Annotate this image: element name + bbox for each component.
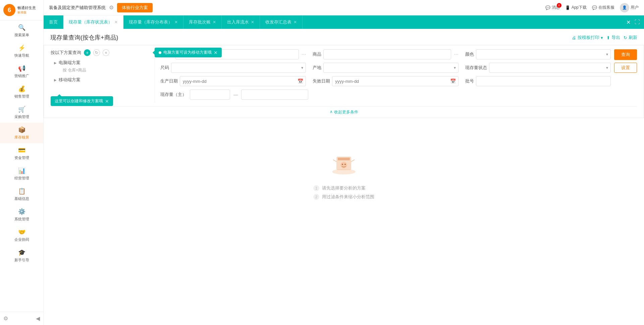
tab-inventory-status-close[interactable]: ✕ bbox=[114, 20, 118, 24]
tooltip-scheme: 电脑方案可设为移动方案哦 ✕ bbox=[155, 48, 222, 57]
tooltip-edit-close[interactable]: ✕ bbox=[105, 99, 109, 104]
svg-rect-2 bbox=[338, 158, 350, 160]
sidebar-label-basic: 基础信息 bbox=[14, 196, 29, 201]
sidebar: 6 畅通好生意 标准版 🔍搜索菜单⚡快速导航📢营销推广💰销售管理🛒采购管理📦库存… bbox=[0, 0, 44, 325]
tab-close-all-btn[interactable]: ✕ bbox=[625, 18, 632, 27]
size-select[interactable] bbox=[171, 63, 306, 73]
stock-status-label: 现存量状态 bbox=[465, 65, 487, 71]
inventory-icon: 📦 bbox=[18, 126, 25, 133]
tab-batch-ledger-close[interactable]: ✕ bbox=[213, 20, 216, 24]
sales-icon: 💰 bbox=[18, 85, 25, 93]
filter-back-btn[interactable]: « bbox=[103, 49, 109, 56]
tab-home-label: 首页 bbox=[49, 19, 58, 25]
sidebar-label-marketing: 营销推广 bbox=[14, 73, 29, 78]
settings-footer-icon[interactable]: ⚙ bbox=[3, 315, 8, 322]
empty-step2-label: 用过滤条件来缩小分析范围 bbox=[322, 194, 374, 200]
prod-date-calendar-icon[interactable]: 📅 bbox=[298, 78, 303, 84]
user-action[interactable]: 👤 用户 bbox=[620, 3, 639, 12]
notification-action[interactable]: 💬 消息 8 bbox=[545, 5, 560, 10]
tab-inout-flow-close[interactable]: ✕ bbox=[251, 20, 254, 24]
sidebar-item-quick[interactable]: ⚡快速导航 bbox=[0, 41, 43, 61]
sidebar-label-system: 系统管理 bbox=[14, 217, 29, 222]
filter-section-label: 按以下方案查询 bbox=[51, 50, 81, 56]
product-dots[interactable]: ··· bbox=[454, 51, 458, 57]
tab-inventory-dist-close[interactable]: ✕ bbox=[174, 20, 178, 24]
refresh-btn[interactable]: ↻ 刷新 bbox=[624, 35, 637, 41]
sidebar-label-search: 搜索菜单 bbox=[14, 33, 29, 38]
stock-status-select[interactable] bbox=[489, 63, 611, 73]
stock-main-from-input[interactable] bbox=[190, 90, 230, 100]
field-batch: 批号 bbox=[465, 76, 611, 86]
sidebar-item-search[interactable]: 🔍搜索菜单 bbox=[0, 20, 43, 41]
sidebar-item-guide[interactable]: 🎓新手引导 bbox=[0, 246, 43, 266]
scheme-mobile[interactable]: ▶ 移动端方案 bbox=[54, 76, 151, 84]
notification-badge: 8 bbox=[557, 3, 561, 8]
origin-select[interactable] bbox=[323, 63, 458, 73]
filter-add-btn[interactable]: + bbox=[84, 49, 91, 56]
sidebar-item-system[interactable]: ⚙️系统管理 bbox=[0, 205, 43, 225]
export-btn[interactable]: ⬆ 导出 bbox=[606, 35, 620, 41]
sidebar-item-purchase[interactable]: 🛒采购管理 bbox=[0, 102, 43, 123]
system-name: 装备及固定资产辅助管理系统 bbox=[49, 5, 106, 11]
color-select[interactable] bbox=[476, 49, 611, 59]
scheme-mobile-tree: ▶ 移动端方案 bbox=[54, 76, 151, 84]
sidebar-item-marketing[interactable]: 📢营销推广 bbox=[0, 61, 43, 82]
scheme-pc-sub: 按 仓库+商品 bbox=[63, 67, 151, 74]
collapse-sidebar-btn[interactable]: ◀ bbox=[36, 315, 40, 322]
product-input[interactable] bbox=[323, 49, 451, 59]
settings-icon[interactable]: ⚙ bbox=[109, 4, 114, 11]
tab-bar: 首页 现存量（库存状况表） ✕ 现存量（库存分布表） ✕ 库存批次账 ✕ 出入库… bbox=[44, 15, 644, 29]
export-icon: ⬆ bbox=[606, 35, 610, 40]
filter-refresh-btn[interactable]: ↻ bbox=[93, 49, 100, 56]
sidebar-item-finance[interactable]: 💳资金管理 bbox=[0, 143, 43, 164]
scheme-mobile-label: 移动端方案 bbox=[59, 77, 80, 83]
print-btn[interactable]: 🖨 按模板打印 ▾ bbox=[572, 35, 603, 41]
stock-main-to-input[interactable] bbox=[241, 90, 308, 100]
empty-step1-label: 请先选择要分析的方案 bbox=[322, 185, 366, 191]
scheme-pc[interactable]: ▶ 电脑端方案 bbox=[54, 59, 151, 67]
batch-input[interactable] bbox=[476, 76, 611, 86]
sidebar-nav: 🔍搜索菜单⚡快速导航📢营销推广💰销售管理🛒采购管理📦库存核算💳资金管理📊经营管理… bbox=[0, 20, 43, 312]
filter-panel: 按以下方案查询 + ↻ « ▶ 电脑端方案 bbox=[44, 45, 644, 118]
app-download-action[interactable]: 📱 App下载 bbox=[565, 5, 587, 10]
scheme-pc-arrow: ▶ bbox=[54, 61, 57, 65]
tab-inout-flow[interactable]: 出入库流水 ✕ bbox=[222, 15, 260, 29]
field-color: 颜色 bbox=[465, 49, 611, 59]
experience-btn[interactable]: 体验行业方案 bbox=[117, 3, 153, 12]
tooltip-edit-text: 这里可以创建和修改方案哦 bbox=[55, 98, 103, 104]
phone-icon: 📱 bbox=[565, 5, 570, 10]
field-origin: 产地 bbox=[313, 63, 458, 73]
online-service-action[interactable]: 💬 在线客服 bbox=[592, 5, 614, 10]
field-expire-date: 失效日期 📅 bbox=[313, 76, 458, 86]
field-stock-status: 现存量状态 bbox=[465, 63, 611, 73]
expire-date-input[interactable] bbox=[332, 76, 458, 86]
tab-receive-summary-close[interactable]: ✕ bbox=[293, 20, 297, 24]
sidebar-item-basic[interactable]: 📋基础信息 bbox=[0, 184, 43, 205]
search-btn[interactable]: 查询 bbox=[614, 49, 637, 60]
sidebar-item-enterprise[interactable]: 🤝企业协同 bbox=[0, 225, 43, 246]
sidebar-item-operation[interactable]: 📊经营管理 bbox=[0, 164, 43, 184]
set-btn[interactable]: 设置 bbox=[614, 63, 637, 73]
app-download-label: App下载 bbox=[572, 5, 587, 10]
expire-date-calendar-icon[interactable]: 📅 bbox=[450, 78, 456, 84]
sidebar-item-inventory[interactable]: 📦库存核算 bbox=[0, 123, 43, 143]
finance-icon: 💳 bbox=[18, 147, 25, 154]
empty-state: 1 请先选择要分析的方案 2 用过滤条件来缩小分析范围 bbox=[44, 118, 644, 229]
sidebar-item-sales[interactable]: 💰销售管理 bbox=[0, 82, 43, 102]
tab-inventory-status[interactable]: 现存量（库存状况表） ✕ bbox=[63, 15, 123, 29]
page-title: 现存量查询(按仓库+商品) bbox=[50, 34, 118, 42]
tab-receive-summary[interactable]: 收发存汇总表 ✕ bbox=[260, 15, 303, 29]
sidebar-label-inventory: 库存核算 bbox=[14, 135, 29, 140]
tab-home[interactable]: 首页 bbox=[44, 15, 63, 29]
collapse-bar[interactable]: ∧ 收起更多条件 bbox=[51, 106, 637, 118]
prod-date-input[interactable] bbox=[180, 76, 306, 86]
tab-batch-ledger[interactable]: 库存批次账 ✕ bbox=[183, 15, 222, 29]
warehouse-dots[interactable]: ··· bbox=[302, 51, 306, 57]
tooltip-scheme-close[interactable]: ✕ bbox=[214, 50, 218, 55]
field-prod-date: 生产日期 📅 bbox=[160, 76, 306, 86]
tooltip-scheme-dot bbox=[159, 51, 161, 54]
print-dropdown-icon: ▾ bbox=[601, 35, 603, 40]
print-label: 按模板打印 bbox=[578, 35, 599, 41]
tab-inventory-dist[interactable]: 现存量（库存分布表） ✕ bbox=[123, 15, 183, 29]
tab-expand-btn[interactable]: ⛶ bbox=[633, 18, 641, 26]
